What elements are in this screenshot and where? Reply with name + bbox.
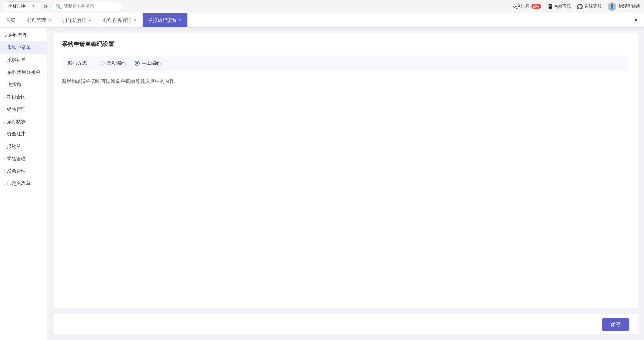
encoding-label: 编码方式 xyxy=(68,60,87,66)
sidebar-item-stock-in[interactable]: 进货单 xyxy=(0,78,47,91)
tab-printer-mgmt[interactable]: 打印机管理 × xyxy=(57,13,97,27)
expand-arrow-icon: › xyxy=(4,95,5,99)
tab-single-code[interactable]: 单据编码设置 × xyxy=(143,13,188,27)
gear-icon[interactable] xyxy=(43,4,48,9)
manual-code-radio-circle xyxy=(135,61,140,66)
sidebar-item-label: 采购订单 xyxy=(7,57,26,62)
sidebar-item-label: 采购申请单 xyxy=(7,45,31,50)
sidebar-group-label-inventory: 库存核算 xyxy=(7,118,26,125)
sidebar-group-title-capital[interactable]: › 资金往来 xyxy=(0,128,47,140)
app-download-icon xyxy=(547,4,553,9)
sidebar-group-title-invoice[interactable]: › 发票管理 xyxy=(0,165,47,177)
app-download-button[interactable]: App下载 xyxy=(547,3,571,9)
expand-arrow-icon: › xyxy=(4,120,5,124)
close-tab-icon[interactable]: × xyxy=(48,18,51,23)
sidebar-group-label-purchase: 采购管理 xyxy=(8,32,27,39)
content-footer: 保存 xyxy=(53,314,638,334)
sidebar-group-title-inventory[interactable]: › 库存核算 xyxy=(0,116,47,128)
sidebar-group-label-sales: 销售管理 xyxy=(7,106,26,113)
tab-print-task[interactable]: 打印任务管理 × xyxy=(97,13,143,27)
browser-search-text: 我要看实例演示 xyxy=(64,3,94,9)
expand-arrow-icon: › xyxy=(4,169,5,173)
close-tab-icon[interactable]: × xyxy=(179,18,181,23)
avatar: 👤 xyxy=(608,2,616,11)
save-button[interactable]: 保存 xyxy=(602,318,629,331)
content-area: 采购申请单编码设置 编码方式 自动编码 手工编码 新增和编辑单据时,可以编辑'单… xyxy=(47,28,644,340)
online-service-label: 在线客服 xyxy=(584,3,602,9)
browser-tab-label: 老板勿削！ xyxy=(8,3,30,9)
sidebar-group-title-returns[interactable]: › 报销单 xyxy=(0,140,47,153)
message-button[interactable]: 消息 99+ xyxy=(513,3,541,9)
sidebar-group-title-custom[interactable]: › 自定义表单 xyxy=(0,177,47,190)
sidebar-group-title-project[interactable]: › 项目合同 xyxy=(0,91,47,103)
global-close-button[interactable]: ✕ xyxy=(628,13,644,27)
sidebar-group-title-sales[interactable]: › 销售管理 xyxy=(0,103,47,116)
browser-tab[interactable]: 老板勿削！ ▾ xyxy=(4,1,39,11)
browser-search-icon: 🔍 xyxy=(56,4,61,9)
expand-arrow-icon: › xyxy=(4,108,5,112)
sidebar-group-label-project: 项目合同 xyxy=(7,94,26,100)
expand-arrow-icon: › xyxy=(4,145,5,149)
close-tab-icon[interactable]: × xyxy=(134,18,136,23)
app-tab-bar: 首页 打印管理 × 打印机管理 × 打印任务管理 × 单据编码设置 × ✕ xyxy=(0,13,644,28)
main-layout: ∨ 采购管理 采购申请单 采购订单 采购费用分摊单 进货单 › 项目合同 › 销… xyxy=(0,28,644,340)
global-close-icon: ✕ xyxy=(633,17,638,24)
tab-home[interactable]: 首页 xyxy=(0,13,21,27)
sidebar-group-label-capital: 资金往来 xyxy=(7,131,26,137)
encoding-mode-row: 编码方式 自动编码 手工编码 xyxy=(62,56,629,71)
user-menu[interactable]: 👤 徐泽华修改 xyxy=(608,2,640,11)
browser-search-bar[interactable]: 🔍 我要看实例演示 xyxy=(51,2,124,11)
expand-arrow-icon: › xyxy=(4,157,5,161)
manual-code-label: 手工编码 xyxy=(142,60,161,66)
user-name: 徐泽华修改 xyxy=(619,3,640,9)
app-download-label: App下载 xyxy=(555,3,571,9)
sidebar-group-purchase: ∨ 采购管理 采购申请单 采购订单 采购费用分摊单 进货单 xyxy=(0,29,47,91)
sidebar-item-label: 进货单 xyxy=(7,82,21,87)
sidebar-item-purchase-request[interactable]: 采购申请单 xyxy=(0,41,47,54)
sidebar-group-title-purchase[interactable]: ∨ 采购管理 xyxy=(0,29,47,41)
sidebar-group-label-returns: 报销单 xyxy=(7,143,21,150)
browser-bar: 老板勿削！ ▾ 🔍 我要看实例演示 消息 99+ App下载 在线客服 👤 徐泽… xyxy=(0,0,644,13)
chevron-down-icon: ▾ xyxy=(32,4,35,9)
sidebar-item-purchase-order[interactable]: 采购订单 xyxy=(0,54,47,66)
message-label: 消息 xyxy=(521,3,530,9)
manual-code-radio[interactable]: 手工编码 xyxy=(135,60,161,66)
sidebar-group-label-retail: 零售管理 xyxy=(7,155,26,162)
hint-text: 新增和编辑单据时,可以编辑'单据编号'输入框中的内容。 xyxy=(62,78,629,85)
auto-code-label: 自动编码 xyxy=(107,60,126,66)
auto-code-radio-circle xyxy=(100,61,105,66)
sidebar-group-label-custom: 自定义表单 xyxy=(7,180,31,187)
expand-arrow-icon: › xyxy=(4,132,5,136)
tab-home-label: 首页 xyxy=(6,17,15,24)
tab-print-mgmt-label: 打印管理 xyxy=(27,17,46,24)
message-badge: 99+ xyxy=(531,4,541,9)
sidebar: ∨ 采购管理 采购申请单 采购订单 采购费用分摊单 进货单 › 项目合同 › 销… xyxy=(0,28,47,340)
tab-single-code-label: 单据编码设置 xyxy=(148,17,177,24)
sidebar-group-label-invoice: 发票管理 xyxy=(7,168,26,174)
content-inner: 采购申请单编码设置 编码方式 自动编码 手工编码 新增和编辑单据时,可以编辑'单… xyxy=(53,33,638,308)
sidebar-item-label: 采购费用分摊单 xyxy=(7,69,40,75)
sidebar-item-purchase-expense[interactable]: 采购费用分摊单 xyxy=(0,66,47,78)
expand-arrow-icon: › xyxy=(4,182,5,186)
collapse-arrow-icon: ∨ xyxy=(4,33,7,37)
page-title: 采购申请单编码设置 xyxy=(62,41,629,48)
sidebar-group-title-retail[interactable]: › 零售管理 xyxy=(0,153,47,165)
tab-print-task-label: 打印任务管理 xyxy=(103,17,132,24)
online-service-icon xyxy=(577,4,583,9)
auto-code-radio[interactable]: 自动编码 xyxy=(100,60,126,66)
tab-printer-mgmt-label: 打印机管理 xyxy=(63,17,87,24)
online-service-button[interactable]: 在线客服 xyxy=(577,3,602,9)
tab-print-mgmt[interactable]: 打印管理 × xyxy=(21,13,57,27)
close-tab-icon[interactable]: × xyxy=(89,18,91,23)
message-icon xyxy=(513,4,520,9)
browser-bar-right: 消息 99+ App下载 在线客服 👤 徐泽华修改 xyxy=(513,2,640,11)
